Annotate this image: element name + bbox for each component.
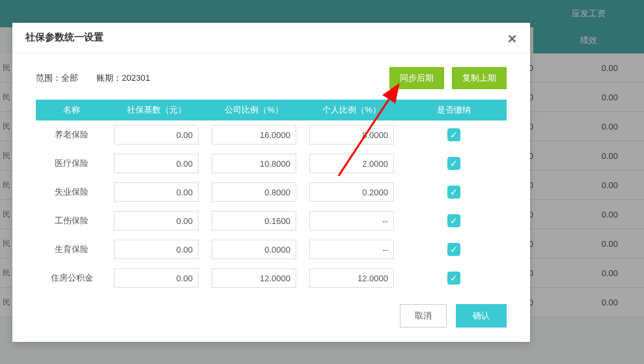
cancel-button[interactable]: 取消 bbox=[400, 304, 447, 328]
modal-body: 范围：全部 账期：202301 同步后期 复制上期 名称 社保基数（元） 公司比… bbox=[12, 53, 530, 342]
table-row: 住房公积金✓ bbox=[36, 264, 507, 292]
row-name: 工伤保险 bbox=[36, 215, 107, 227]
period-value: 202301 bbox=[122, 73, 150, 83]
pay-checkbox[interactable]: ✓ bbox=[447, 128, 460, 141]
pay-checkbox[interactable]: ✓ bbox=[447, 214, 460, 227]
base-input[interactable] bbox=[114, 125, 199, 145]
close-icon[interactable]: ✕ bbox=[503, 31, 521, 48]
scope-label: 范围： bbox=[36, 73, 61, 83]
table-row: 失业保险✓ bbox=[36, 178, 507, 206]
row-name: 生育保险 bbox=[36, 244, 107, 255]
sync-later-button[interactable]: 同步后期 bbox=[389, 67, 444, 89]
row-name: 养老保险 bbox=[36, 129, 107, 141]
insurance-table: 名称 社保基数（元） 公司比例（%） 个人比例（%） 是否缴纳 养老保险✓医疗保… bbox=[36, 100, 507, 292]
table-row: 生育保险✓ bbox=[36, 235, 507, 264]
company-ratio-input[interactable] bbox=[212, 268, 296, 288]
table-row: 养老保险✓ bbox=[36, 120, 507, 149]
base-input[interactable] bbox=[114, 182, 199, 202]
pay-checkbox[interactable]: ✓ bbox=[447, 243, 460, 256]
th-base: 社保基数（元） bbox=[107, 104, 205, 116]
base-input[interactable] bbox=[114, 211, 199, 231]
th-company: 公司比例（%） bbox=[205, 104, 303, 116]
table-body: 养老保险✓医疗保险✓失业保险✓工伤保险✓生育保险✓住房公积金✓ bbox=[36, 120, 507, 292]
row-name: 医疗保险 bbox=[36, 158, 107, 169]
table-row: 医疗保险✓ bbox=[36, 149, 507, 178]
table-header: 名称 社保基数（元） 公司比例（%） 个人比例（%） 是否缴纳 bbox=[36, 100, 507, 120]
company-ratio-input[interactable] bbox=[212, 125, 296, 145]
personal-ratio-input[interactable] bbox=[309, 268, 394, 288]
personal-ratio-input[interactable] bbox=[309, 125, 394, 145]
company-ratio-input[interactable] bbox=[212, 182, 296, 202]
base-input[interactable] bbox=[114, 268, 199, 288]
modal-toolbar: 范围：全部 账期：202301 同步后期 复制上期 bbox=[36, 59, 507, 100]
period-text: 账期：202301 bbox=[96, 72, 150, 84]
personal-ratio-input[interactable] bbox=[309, 240, 394, 259]
base-input[interactable] bbox=[114, 154, 199, 173]
company-ratio-input[interactable] bbox=[212, 154, 296, 173]
personal-ratio-input[interactable] bbox=[309, 154, 394, 173]
modal-title: 社保参数统一设置 bbox=[25, 31, 104, 42]
table-row: 工伤保险✓ bbox=[36, 206, 507, 235]
row-name: 住房公积金 bbox=[36, 272, 107, 284]
pay-checkbox[interactable]: ✓ bbox=[447, 186, 460, 199]
modal-footer: 取消 确认 bbox=[36, 292, 507, 330]
modal-header: 社保参数统一设置 ✕ bbox=[12, 23, 530, 53]
th-personal: 个人比例（%） bbox=[303, 104, 400, 116]
base-input[interactable] bbox=[114, 240, 199, 259]
company-ratio-input[interactable] bbox=[212, 240, 296, 259]
pay-checkbox[interactable]: ✓ bbox=[447, 272, 460, 285]
period-label: 账期： bbox=[96, 73, 122, 83]
personal-ratio-input[interactable] bbox=[309, 211, 394, 231]
th-name: 名称 bbox=[36, 104, 107, 116]
confirm-button[interactable]: 确认 bbox=[456, 304, 507, 328]
pay-checkbox[interactable]: ✓ bbox=[447, 157, 460, 170]
row-name: 失业保险 bbox=[36, 186, 107, 198]
th-pay: 是否缴纳 bbox=[400, 104, 507, 116]
personal-ratio-input[interactable] bbox=[309, 182, 394, 202]
social-insurance-settings-modal: 社保参数统一设置 ✕ 范围：全部 账期：202301 同步后期 复制上期 名称 … bbox=[12, 23, 530, 342]
scope-value: 全部 bbox=[61, 73, 78, 83]
scope-text: 范围：全部 bbox=[36, 72, 78, 84]
copy-previous-button[interactable]: 复制上期 bbox=[452, 67, 507, 89]
company-ratio-input[interactable] bbox=[212, 211, 296, 231]
